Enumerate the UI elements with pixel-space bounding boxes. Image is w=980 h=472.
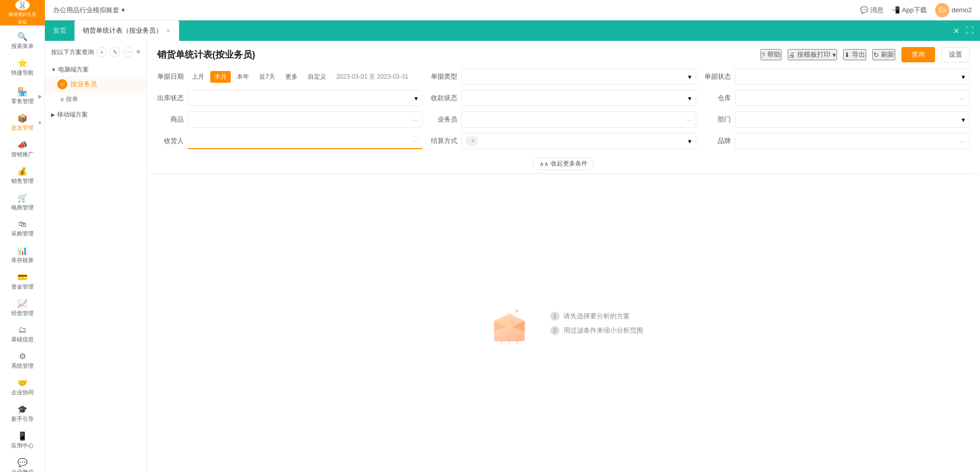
sidebar-item-shortcut[interactable]: ⭐ 快捷导航 (0, 54, 44, 81)
print-btn[interactable]: 🖨 按模板打印 ▾ (788, 49, 837, 60)
sidebar-item-enterprise[interactable]: 🤝 企业协同 (0, 374, 44, 400)
refresh-btn[interactable]: ↻ 刷新 (872, 49, 895, 60)
close-window-icon[interactable]: ✕ (953, 26, 960, 36)
custom-tab[interactable]: 自定义 (304, 71, 330, 83)
user-menu[interactable]: Ea demo2 (935, 3, 972, 17)
sidebar-item-inventory[interactable]: 📊 库存核算 (0, 242, 44, 268)
mobile-scheme-header[interactable]: ▶ 移动端方案 (45, 108, 146, 121)
sidebar-item-marketing[interactable]: 📣 营销推广 (0, 136, 44, 162)
wholesale-icon: 📦 (17, 113, 28, 123)
out-status-select[interactable]: ▾ (188, 90, 423, 106)
page-header: 销货单统计表(按业务员) ? 帮助 🖨 按模板打印 ▾ ⬇ (147, 41, 980, 174)
app-download-label: App下载 (902, 6, 927, 15)
dept-chevron: ▾ (962, 116, 965, 124)
salesman-filter-cell: 业务员 ··· (431, 111, 696, 128)
export-icon: ⬇ (844, 51, 850, 59)
settlement-label: 结算方式 (431, 136, 457, 146)
scheme-item-salesman[interactable]: ☉ 按业务员 (45, 76, 146, 92)
collapse-bar: ∧∧ 收起更多条件 (157, 154, 970, 174)
salesman-scheme-label: 按业务员 (70, 80, 97, 89)
tabbar: 首页 销货单统计表（按业务员） × ✕ ⛶ (45, 20, 980, 41)
dept-select[interactable]: ▾ (735, 111, 970, 128)
more-scheme-btn[interactable]: ⋯ (123, 47, 133, 57)
apps-icon: 📱 (17, 431, 28, 441)
topbar-left: 办公用品行业模拟账套 ▾ (53, 6, 125, 15)
scheme-panel-icons: + ✎ ⋯ « (96, 47, 140, 57)
settings-btn[interactable]: 设置 (941, 47, 970, 62)
brand-input[interactable]: ··· (735, 133, 970, 149)
consignee-input[interactable]: ··· (188, 133, 423, 149)
tab-close-btn[interactable]: × (165, 26, 171, 35)
warehouse-label: 仓库 (704, 93, 731, 103)
settlement-tag[interactable]: × (466, 136, 478, 146)
warehouse-input[interactable]: ··· (735, 90, 970, 106)
app-logo[interactable]: 🐰 畅捷通好生意 标版 (0, 0, 45, 26)
app-download-btn[interactable]: 📲 App下载 (892, 6, 927, 15)
message-btn[interactable]: 💬 消息 (860, 6, 884, 15)
type-select[interactable]: ▾ (461, 68, 696, 85)
receipt-status-select[interactable]: ▾ (461, 90, 696, 106)
sidebar-item-operation[interactable]: 📈 经营管理 (0, 295, 44, 321)
this-year-tab[interactable]: 本年 (233, 71, 253, 83)
settlement-clear-btn[interactable]: × (471, 137, 475, 145)
brand-dots[interactable]: ··· (960, 137, 965, 145)
status-select[interactable]: ▾ (735, 68, 970, 85)
date-filter-cell: 单据日期 上月 本月 本年 近7天 更多 自定义 2023-03-01 至 20… (157, 68, 423, 85)
sidebar-item-guide[interactable]: 🎓 新手引导 (0, 400, 44, 427)
account-dropdown[interactable]: 办公用品行业模拟账套 ▾ (53, 6, 125, 15)
add-scheme-btn[interactable]: + (96, 47, 107, 57)
edit-scheme-btn[interactable]: ✎ (110, 47, 120, 57)
maximize-icon[interactable]: ⛶ (966, 26, 974, 35)
enterprise-label: 企业协同 (11, 389, 34, 396)
print-label: 按模板打印 (797, 50, 830, 59)
ecommerce-icon: 🛒 (17, 193, 28, 203)
sidebar-item-purchase[interactable]: 🛍 采购管理 (0, 216, 44, 242)
finance-label: 资金管理 (11, 283, 34, 291)
wechat-icon: 💬 (17, 458, 28, 467)
sales-icon: 💰 (17, 167, 28, 176)
sidebar-item-retail[interactable]: 🏪 零售管理 ▶ (0, 83, 44, 109)
more-tab[interactable]: 更多 (281, 71, 302, 83)
sidebar-item-wholesale[interactable]: 📦 批发管理 ▼ (0, 109, 44, 136)
help-btn[interactable]: ? 帮助 (761, 49, 781, 60)
status-filter-label: 单据状态 (704, 72, 731, 81)
out-status-filter-cell: 出库状态 ▾ (157, 90, 423, 106)
tab-sales-stats[interactable]: 销货单统计表（按业务员） × (75, 20, 179, 41)
sidebar-item-finance[interactable]: 💳 资金管理 (0, 268, 44, 295)
logo-text: 畅捷通好生意 (9, 11, 36, 18)
sidebar-item-ecommerce[interactable]: 🛒 电商管理 (0, 189, 44, 216)
search-menu-btn[interactable]: 🔍 搜索菜单 (11, 30, 34, 52)
sidebar: 🐰 畅捷通好生意 标版 🔍 搜索菜单 ⭐ 快捷导航 🏪 零售管理 ▶ 📦 批发管… (0, 0, 45, 472)
settlement-select[interactable]: × ▾ (461, 133, 696, 149)
desktop-scheme-header[interactable]: ▼ 电脑端方案 (45, 63, 146, 76)
7days-tab[interactable]: 近7天 (255, 71, 279, 83)
warehouse-dots[interactable]: ··· (960, 95, 965, 102)
date-tabs: 上月 本月 本年 近7天 更多 自定义 (188, 71, 330, 83)
sidebar-item-wechat[interactable]: 💬 企业微信 (0, 454, 44, 472)
goods-dots[interactable]: ··· (412, 116, 418, 124)
salesman-input[interactable]: ··· (461, 111, 696, 128)
salesman-dots[interactable]: ··· (686, 116, 692, 124)
finance-icon: 💳 (17, 272, 28, 282)
this-month-tab[interactable]: 本月 (210, 71, 231, 83)
sidebar-item-base[interactable]: 🗂 基础信息 (0, 321, 44, 347)
settlement-filter-cell: 结算方式 × ▾ (431, 133, 696, 149)
scheme-subitem-order[interactable]: ≡ 按单 (45, 92, 146, 106)
collapse-panel-btn[interactable]: « (136, 47, 140, 57)
tip-text-1: 请先选择要分析的方案 (564, 312, 630, 321)
consignee-dots[interactable]: ··· (413, 137, 419, 145)
query-btn[interactable]: 查询 (901, 47, 935, 62)
page-title: 销货单统计表(按业务员) (157, 49, 255, 61)
receipt-status-chevron: ▾ (688, 95, 692, 102)
sidebar-item-system[interactable]: ⚙ 系统管理 (0, 347, 44, 374)
sidebar-item-apps[interactable]: 📱 应用中心 (0, 427, 44, 454)
shortcut-label: 快捷导航 (11, 69, 34, 77)
brand-label: 品牌 (704, 136, 731, 146)
tab-home[interactable]: 首页 (45, 20, 75, 41)
collapse-filters-btn[interactable]: ∧∧ 收起更多条件 (533, 157, 594, 170)
export-btn[interactable]: ⬇ 导出 (843, 49, 866, 60)
goods-input[interactable]: ··· (188, 111, 423, 128)
prev-month-tab[interactable]: 上月 (188, 71, 208, 83)
system-label: 系统管理 (11, 362, 34, 370)
sidebar-item-sales[interactable]: 💰 销售管理 (0, 162, 44, 189)
